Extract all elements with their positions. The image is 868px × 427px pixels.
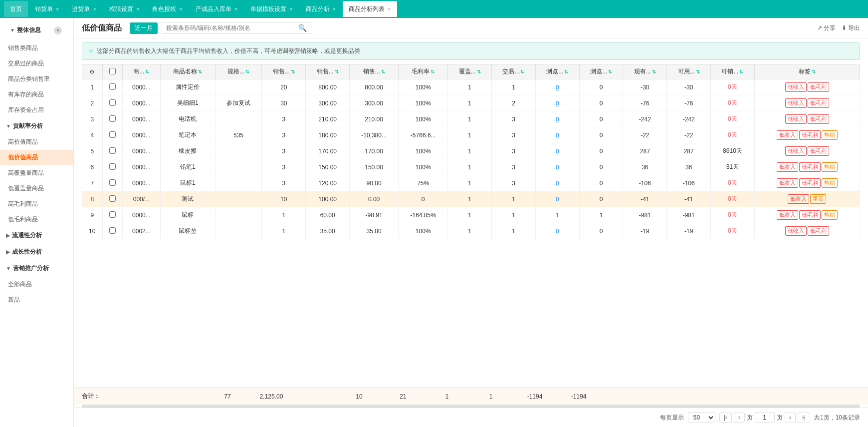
row-browse1: 0 bbox=[535, 127, 579, 143]
browse-link[interactable]: 0 bbox=[556, 84, 559, 91]
footer-sale1: 2,125.00 bbox=[251, 393, 291, 400]
sidebar-collapse-btn[interactable]: « bbox=[54, 26, 62, 34]
sidebar-item-low-coverage[interactable]: 低覆盖量商品 bbox=[0, 181, 73, 196]
sidebar-item-sale-goods[interactable]: 销售类商品 bbox=[0, 40, 73, 56]
nav-tab-7[interactable]: 商品分析列表 × bbox=[343, 1, 397, 17]
row-checkbox[interactable] bbox=[102, 95, 122, 111]
row-sale1: 120.00 bbox=[306, 175, 350, 191]
row-checkbox[interactable] bbox=[102, 111, 122, 127]
nav-tab-0[interactable]: 销货单 × bbox=[29, 1, 65, 17]
row-select-checkbox[interactable] bbox=[109, 115, 116, 122]
sidebar-group-growth[interactable]: ▶ 成长性分析 bbox=[0, 244, 73, 260]
tab-close-5[interactable]: × bbox=[289, 6, 292, 12]
sidebar-item-traded-goods[interactable]: 交易过的商品 bbox=[0, 56, 73, 71]
tab-close-6[interactable]: × bbox=[333, 6, 336, 12]
sidebar-item-low-value[interactable]: 低价值商品 bbox=[0, 150, 73, 165]
row-saleable: 0天 bbox=[711, 223, 755, 239]
browse-link[interactable]: 0 bbox=[556, 116, 559, 123]
sidebar-group-overall[interactable]: ▼ 整体信息 bbox=[4, 22, 47, 38]
row-stock: -981 bbox=[623, 207, 667, 223]
browse-link[interactable]: 1 bbox=[556, 212, 559, 219]
last-page-btn[interactable]: ›| bbox=[798, 413, 810, 423]
page-size-select[interactable]: 50 100 200 bbox=[688, 412, 715, 423]
col-settings[interactable]: ⚙ bbox=[82, 64, 103, 79]
sidebar-item-stock-goods[interactable]: 有库存的商品 bbox=[0, 87, 73, 102]
nav-tab-6[interactable]: 商品分析 × bbox=[300, 1, 342, 17]
select-all-checkbox[interactable] bbox=[109, 68, 116, 74]
browse-link[interactable]: 0 bbox=[556, 132, 559, 139]
prev-page-btn[interactable]: ‹ bbox=[734, 413, 745, 423]
row-select-checkbox[interactable] bbox=[109, 195, 116, 202]
browse-link[interactable]: 0 bbox=[556, 180, 559, 187]
browse-link[interactable]: 0 bbox=[556, 164, 559, 171]
row-saleable: 8610天 bbox=[711, 143, 755, 159]
browse-link[interactable]: 0 bbox=[556, 228, 559, 235]
filter-month-btn[interactable]: 近一月 bbox=[130, 22, 158, 34]
sidebar-item-high-coverage[interactable]: 高覆盖量商品 bbox=[0, 165, 73, 181]
row-select-checkbox[interactable] bbox=[109, 163, 116, 170]
col-coverage: 覆盖...⇅ bbox=[448, 64, 492, 79]
share-button[interactable]: ↗ 分享 bbox=[817, 24, 836, 32]
row-checkbox[interactable] bbox=[102, 223, 122, 239]
row-code: 0000... bbox=[122, 159, 161, 175]
col-checkbox[interactable] bbox=[102, 64, 122, 79]
nav-tab-5[interactable]: 单据模板设置 × bbox=[244, 1, 298, 17]
sidebar-item-high-value[interactable]: 高价值商品 bbox=[0, 134, 73, 150]
row-cover: 1 bbox=[448, 159, 492, 175]
row-checkbox[interactable] bbox=[102, 127, 122, 143]
row-select-checkbox[interactable] bbox=[109, 227, 116, 234]
sidebar-item-stock-capital[interactable]: 库存资金占用 bbox=[0, 102, 73, 118]
export-button[interactable]: ⬇ 导出 bbox=[842, 24, 860, 32]
sidebar-item-all-goods[interactable]: 全部商品 bbox=[0, 277, 73, 292]
row-checkbox[interactable] bbox=[102, 79, 122, 95]
sidebar-group-circulation[interactable]: ▶ 流通性分析 bbox=[0, 227, 73, 244]
nav-tab-2[interactable]: 权限设置 × bbox=[103, 1, 145, 17]
browse-link[interactable]: 0 bbox=[556, 196, 559, 203]
row-spec: 535 bbox=[215, 127, 262, 143]
nav-tab-3[interactable]: 角色授权 × bbox=[146, 1, 188, 17]
row-gross: -164.85% bbox=[399, 207, 448, 223]
content-header: 低价值商品 近一月 🔍 ↗ 分享 ⬇ 导出 bbox=[74, 18, 868, 38]
sidebar-group-contribution[interactable]: ▼ 贡献率分析 bbox=[0, 118, 73, 134]
nav-home[interactable]: 首页 bbox=[4, 1, 28, 17]
sidebar-item-high-gross[interactable]: 高毛利商品 bbox=[0, 196, 73, 212]
tag: 低毛利 bbox=[808, 82, 829, 92]
tab-close-2[interactable]: × bbox=[136, 6, 139, 12]
row-cover: 1 bbox=[448, 143, 492, 159]
next-page-btn[interactable]: › bbox=[785, 413, 796, 423]
row-checkbox[interactable] bbox=[102, 143, 122, 159]
nav-tab-4[interactable]: 产成品入库单 × bbox=[190, 1, 243, 17]
tab-label-2: 权限设置 bbox=[109, 5, 133, 13]
row-checkbox[interactable] bbox=[102, 159, 122, 175]
tab-close-4[interactable]: × bbox=[234, 6, 237, 12]
row-checkbox[interactable] bbox=[102, 191, 122, 207]
row-checkbox[interactable] bbox=[102, 207, 122, 223]
page-input[interactable] bbox=[755, 413, 775, 423]
row-checkbox[interactable] bbox=[102, 175, 122, 191]
sidebar-group-marketing[interactable]: ▼ 营销推广分析 bbox=[0, 260, 73, 277]
tab-close-1[interactable]: × bbox=[93, 6, 96, 12]
row-select-checkbox[interactable] bbox=[109, 83, 116, 90]
row-select-checkbox[interactable] bbox=[109, 211, 116, 218]
tab-close-3[interactable]: × bbox=[179, 6, 182, 12]
nav-tab-1[interactable]: 进货单 × bbox=[66, 1, 102, 17]
row-select-checkbox[interactable] bbox=[109, 179, 116, 186]
sidebar-item-new-goods[interactable]: 新品 bbox=[0, 292, 73, 308]
sidebar-item-low-gross[interactable]: 低毛利商品 bbox=[0, 212, 73, 227]
row-select-checkbox[interactable] bbox=[109, 131, 116, 138]
row-select-checkbox[interactable] bbox=[109, 99, 116, 106]
browse-link[interactable]: 0 bbox=[556, 148, 559, 155]
first-page-btn[interactable]: |‹ bbox=[719, 413, 732, 423]
row-select-checkbox[interactable] bbox=[109, 147, 116, 154]
tag: 热销 bbox=[822, 130, 838, 140]
row-tags: 低收入低毛利热销 bbox=[754, 175, 860, 191]
browse-link[interactable]: 0 bbox=[556, 100, 559, 107]
sidebar-item-category-rate[interactable]: 商品分类销售率 bbox=[0, 71, 73, 87]
tag: 低收入 bbox=[785, 146, 807, 156]
col-browse2: 浏览...⇅ bbox=[579, 64, 623, 79]
row-sale2: 800.00 bbox=[350, 79, 399, 95]
tab-close-7[interactable]: × bbox=[388, 6, 391, 12]
tab-close-0[interactable]: × bbox=[56, 6, 59, 12]
row-browse1: 0 bbox=[535, 175, 579, 191]
search-input[interactable] bbox=[166, 24, 298, 31]
